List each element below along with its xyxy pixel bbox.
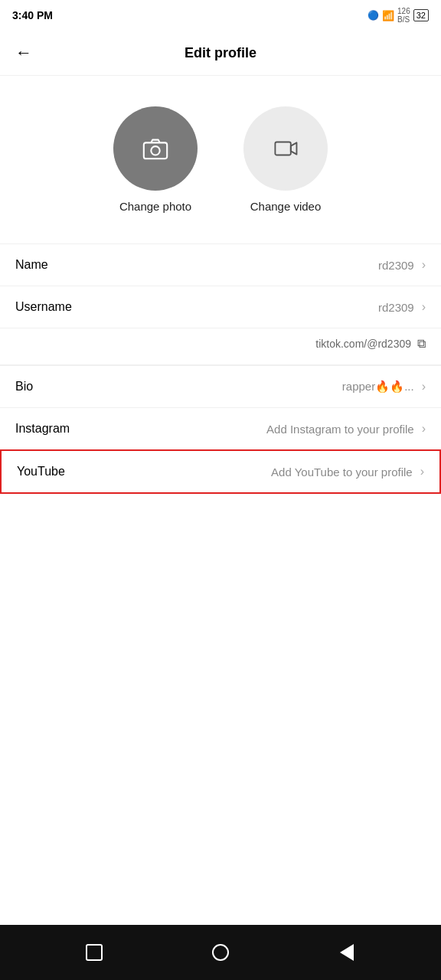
bio-value-group: rapper🔥🔥... ›	[342, 380, 426, 394]
username-row[interactable]: Username rd2309 ›	[0, 286, 441, 328]
media-section: Change photo Change video	[0, 76, 441, 236]
name-row[interactable]: Name rd2309 ›	[0, 243, 441, 286]
youtube-value-group: Add YouTube to your profile ›	[271, 465, 424, 479]
username-value: rd2309	[378, 301, 414, 314]
svg-point-1	[151, 146, 159, 155]
name-label: Name	[15, 258, 92, 272]
bluetooth-icon: 🔵	[368, 10, 379, 21]
home-button[interactable]	[80, 939, 108, 966]
bio-label: Bio	[15, 380, 92, 394]
change-photo-button[interactable]: Change photo	[113, 106, 198, 213]
bio-value: rapper🔥🔥...	[342, 380, 414, 394]
photo-circle	[113, 106, 198, 191]
name-value: rd2309	[378, 259, 414, 272]
copy-icon[interactable]: ⧉	[417, 337, 426, 351]
instagram-value: Add Instagram to your profile	[266, 423, 414, 436]
instagram-value-group: Add Instagram to your profile ›	[266, 422, 426, 436]
name-chevron-icon: ›	[422, 258, 426, 272]
bio-chevron-icon: ›	[422, 380, 426, 394]
svg-rect-0	[144, 142, 167, 158]
battery-icon: 32	[413, 9, 429, 21]
main-content: Change photo Change video Name rd2309 › …	[0, 76, 441, 925]
page-title: Edit profile	[185, 45, 256, 61]
username-label: Username	[15, 300, 92, 314]
name-value-group: rd2309 ›	[378, 258, 426, 272]
username-value-group: rd2309 ›	[378, 300, 426, 314]
status-icons: 🔵 📶 126B/S 32	[368, 7, 429, 24]
video-icon	[273, 136, 299, 162]
signal-icon: 📶	[382, 10, 394, 21]
back-nav-button[interactable]	[333, 939, 361, 966]
tiktok-url-row: tiktok.com/@rd2309 ⧉	[0, 328, 441, 365]
instagram-row[interactable]: Instagram Add Instagram to your profile …	[0, 407, 441, 450]
change-video-button[interactable]: Change video	[243, 106, 328, 213]
youtube-chevron-icon: ›	[420, 465, 424, 479]
tiktok-url-text: tiktok.com/@rd2309	[315, 338, 411, 350]
back-button[interactable]: ←	[12, 40, 35, 66]
instagram-chevron-icon: ›	[422, 422, 426, 436]
status-time: 3:40 PM	[12, 9, 53, 21]
circle-icon	[212, 944, 229, 961]
bottom-nav	[0, 925, 441, 980]
youtube-value: Add YouTube to your profile	[271, 466, 413, 479]
square-icon	[86, 944, 103, 961]
youtube-row[interactable]: YouTube Add YouTube to your profile ›	[0, 449, 441, 494]
change-photo-label: Change photo	[119, 200, 191, 213]
data-speed: 126B/S	[397, 7, 410, 24]
youtube-label: YouTube	[17, 465, 93, 479]
header: ← Edit profile	[0, 31, 441, 76]
video-circle	[243, 106, 328, 191]
username-chevron-icon: ›	[422, 300, 426, 314]
svg-rect-2	[275, 142, 290, 155]
bio-row[interactable]: Bio rapper🔥🔥... ›	[0, 365, 441, 408]
camera-icon	[141, 134, 170, 163]
back-triangle-icon	[340, 944, 354, 961]
status-bar: 3:40 PM 🔵 📶 126B/S 32	[0, 0, 441, 31]
instagram-label: Instagram	[15, 422, 92, 436]
recents-button[interactable]	[207, 939, 234, 966]
profile-rows: Name rd2309 › Username rd2309 › tiktok.c…	[0, 243, 441, 494]
change-video-label: Change video	[250, 200, 322, 213]
